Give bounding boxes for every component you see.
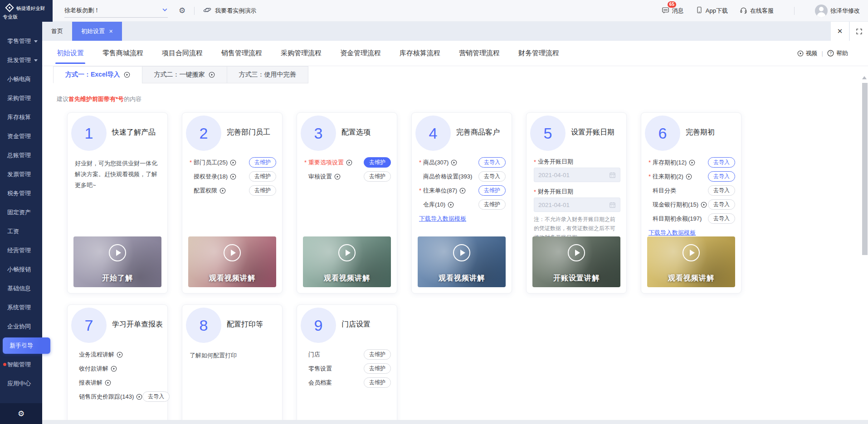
fullscreen-button[interactable] (849, 22, 868, 41)
action-button-去导入[interactable]: 去导入 (708, 213, 735, 224)
online-support-button[interactable]: 在线客服 (740, 6, 774, 15)
row-label: 配置权限 (190, 187, 226, 195)
open-tab-1[interactable]: 首页 (42, 22, 72, 41)
page-tab-5[interactable]: 采购管理流程 (281, 41, 322, 66)
sidebar-item-10[interactable]: 固定资产 (0, 203, 42, 222)
settings-gear-icon[interactable]: ⚙ (179, 7, 185, 14)
messages-button[interactable]: 消息 65 (662, 6, 684, 15)
play-circle-icon[interactable] (219, 188, 226, 194)
video-thumbnail[interactable]: 开始了解 (73, 236, 161, 287)
page-tab-2[interactable]: 零售商城流程 (102, 41, 143, 66)
sidebar-item-15[interactable]: 系统管理 (0, 298, 42, 317)
card-title: 设置开账日期 (571, 128, 614, 137)
action-button-去导入[interactable]: 去导入 (708, 171, 735, 182)
play-circle-icon[interactable] (448, 202, 454, 208)
sidebar-item-9[interactable]: 税务管理 (0, 184, 42, 203)
user-menu[interactable]: 徐泽华修改 (815, 5, 860, 17)
video-thumbnail[interactable]: 观看视频讲解 (303, 236, 391, 287)
sidebar-item-12[interactable]: 经营管理 (0, 241, 42, 260)
date-input[interactable]: 2021-04-01 (534, 168, 620, 182)
video-link[interactable]: 视频 (797, 49, 818, 58)
sidebar-settings-gear[interactable]: ⚙ (0, 403, 42, 424)
play-circle-icon[interactable] (689, 159, 695, 166)
calendar-icon[interactable] (609, 202, 616, 208)
action-button-去维护[interactable]: 去维护 (364, 349, 391, 360)
method-tab-2[interactable]: 方式二：一键搬家 (142, 66, 227, 83)
action-button-去维护[interactable]: 去维护 (364, 363, 391, 374)
play-circle-icon[interactable] (124, 72, 130, 78)
sidebar-item-5[interactable]: 库存核算 (0, 108, 42, 127)
play-circle-icon[interactable] (459, 188, 466, 194)
action-button-去维护[interactable]: 去维护 (364, 377, 391, 388)
action-button-去维护[interactable]: 去维护 (249, 185, 276, 196)
play-circle-icon[interactable] (334, 173, 341, 180)
action-button-去导入[interactable]: 去导入 (478, 171, 506, 182)
close-tab-icon[interactable]: ✕ (109, 29, 113, 34)
page-tab-6[interactable]: 资金管理流程 (340, 41, 381, 66)
sidebar-item-1[interactable]: 零售管理 (0, 32, 42, 51)
page-tab-8[interactable]: 营销管理流程 (459, 41, 500, 66)
sidebar-item-16[interactable]: 企业协同 (0, 317, 42, 336)
download-template-link[interactable]: 下载导入数据模板 (419, 215, 466, 223)
play-circle-icon[interactable] (230, 173, 236, 180)
video-thumbnail[interactable]: 观看视频讲解 (647, 236, 735, 287)
play-circle-icon[interactable] (230, 159, 236, 166)
sidebar-item-8[interactable]: 发票管理 (0, 165, 42, 184)
page-tab-7[interactable]: 库存核算流程 (400, 41, 440, 66)
scrollbar-up-arrow[interactable] (862, 76, 867, 79)
page-tab-1[interactable]: 初始设置 (57, 41, 84, 66)
play-circle-icon[interactable] (686, 173, 692, 180)
play-circle-icon[interactable] (451, 159, 457, 166)
company-selector[interactable]: 徐老板勿删！ (64, 4, 168, 18)
sidebar-item-14[interactable]: 基础信息 (0, 279, 42, 298)
action-button-去维护[interactable]: 去维护 (364, 157, 391, 168)
sidebar-item-11[interactable]: 工资 (0, 222, 42, 241)
play-circle-icon[interactable] (209, 72, 215, 78)
sidebar-item-19[interactable]: 应用中心 (0, 374, 42, 393)
action-button-去导入[interactable]: 去导入 (478, 157, 506, 168)
page-tab-4[interactable]: 销售管理流程 (221, 41, 262, 66)
action-button-去维护[interactable]: 去维护 (478, 185, 506, 196)
sidebar-item-13[interactable]: 小畅报销 (0, 260, 42, 279)
required-asterisk: * (534, 186, 536, 198)
action-button-去导入[interactable]: 去导入 (708, 157, 735, 168)
sidebar-item-18[interactable]: 智能管理 (0, 355, 42, 374)
page-tab-3[interactable]: 项目合同流程 (162, 41, 203, 66)
action-button-去导入[interactable]: 去导入 (142, 391, 170, 402)
step-number-circle: 3 (301, 116, 336, 151)
play-circle-icon[interactable] (701, 202, 707, 208)
video-thumbnail[interactable]: 观看视频讲解 (418, 236, 506, 287)
play-circle-icon[interactable] (117, 352, 123, 358)
action-button-去导入[interactable]: 去导入 (708, 185, 735, 196)
top-bar: 畅捷通好业财 专业版 徐老板勿删！ ⚙ 我要看实例演示 消息 65 (0, 0, 868, 22)
play-circle-icon[interactable] (136, 394, 142, 400)
open-tab-2[interactable]: 初始设置✕ (72, 22, 122, 41)
video-thumbnail[interactable]: 观看视频讲解 (188, 236, 276, 287)
calendar-icon[interactable] (609, 172, 616, 178)
app-download-button[interactable]: App下载 (696, 6, 728, 15)
play-circle-icon[interactable] (111, 366, 117, 372)
close-all-tabs-button[interactable]: ✕ (830, 22, 849, 41)
sidebar-item-6[interactable]: 资金管理 (0, 127, 42, 146)
action-button-去导入[interactable]: 去导入 (708, 199, 735, 210)
method-tab-1[interactable]: 方式一：Excel导入 (53, 66, 142, 83)
action-button-去维护[interactable]: 去维护 (478, 199, 506, 210)
play-circle-icon[interactable] (105, 380, 111, 386)
scrollbar-thumb[interactable] (862, 83, 868, 255)
action-button-去维护[interactable]: 去维护 (249, 157, 276, 168)
date-input[interactable]: 2021-04-01 (534, 198, 620, 212)
page-tab-9[interactable]: 财务管理流程 (518, 41, 559, 66)
sidebar-item-3[interactable]: 小畅电商 (0, 70, 42, 89)
demo-link[interactable]: 我要看实例演示 (203, 6, 256, 15)
sidebar-item-7[interactable]: 总账管理 (0, 146, 42, 165)
action-button-去维护[interactable]: 去维护 (364, 171, 391, 182)
sidebar-item-4[interactable]: 采购管理 (0, 89, 42, 108)
sidebar-item-17[interactable]: 新手引导 (3, 337, 50, 354)
download-template-link[interactable]: 下载导入数据模板 (649, 229, 696, 237)
sidebar-item-2[interactable]: 批发管理 (0, 51, 42, 70)
method-tab-3[interactable]: 方式三：使用中完善 (227, 66, 308, 83)
play-circle-icon[interactable] (346, 159, 352, 166)
action-button-去维护[interactable]: 去维护 (249, 171, 276, 182)
help-link[interactable]: ? 帮助 (827, 49, 848, 58)
video-thumbnail[interactable]: 开账设置讲解 (532, 236, 620, 287)
